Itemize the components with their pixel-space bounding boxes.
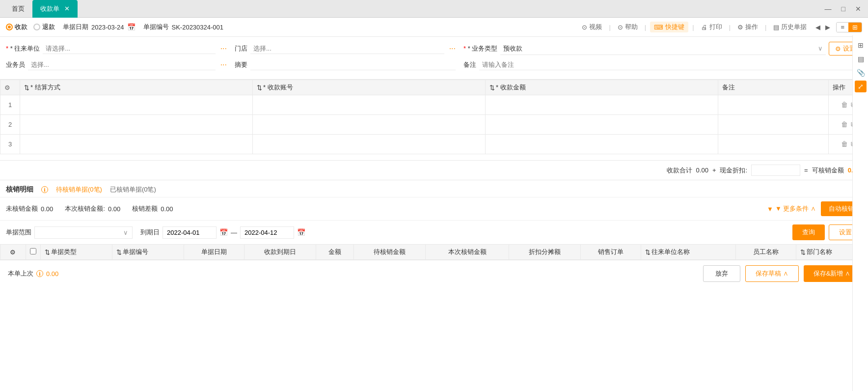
amount-cell[interactable]	[486, 115, 718, 135]
footer-info-label: 本单上次	[8, 269, 33, 278]
receipt-table: ⚙ ⇅* 结算方式 ⇅* 收款账号 ⇅* 收款金额 备注 操作 1	[0, 80, 868, 154]
done-tab[interactable]: 已核销单据(0笔)	[110, 185, 156, 194]
due-date-to-calendar-icon[interactable]: 📅	[297, 228, 305, 236]
store-more-btn[interactable]: ···	[449, 44, 456, 53]
col-gear-header[interactable]: ⚙	[0, 80, 20, 95]
counterpart-more-btn[interactable]: ···	[220, 44, 227, 53]
due-date-field: 到期日 📅 — 📅	[140, 226, 305, 239]
col-amount-label: * 收款金额	[496, 83, 526, 92]
footer-buttons: 放弃 保存草稿 ∧ 保存&新增 ∧	[703, 265, 860, 282]
bottom-table-section: ⚙ ⇅单据类型 ⇅单据编号 单据日期 收款到期日 金额 待核销金额 本次核销金额…	[0, 244, 868, 260]
delete-row-icon[interactable]: 🗑	[841, 140, 848, 148]
toolbar-actions: ⊙ 视频 | ⊙ 帮助 | ⌨ 快捷键 | 🖨 打印 | ⚙ 操作	[579, 22, 862, 32]
footer-info-value: 0.00	[46, 270, 58, 278]
bt-docdate-header: 单据日期	[184, 245, 244, 260]
col-settlement-header[interactable]: ⇅* 结算方式	[20, 80, 253, 95]
business-type-select[interactable]: 预收款 ∨	[500, 43, 826, 55]
notes-label: 备注	[463, 60, 476, 69]
notes-input[interactable]	[479, 59, 862, 70]
table-row: 1 🗑 ⧉	[0, 95, 868, 115]
summary-input[interactable]	[250, 59, 456, 70]
notes-field: 备注	[463, 59, 862, 70]
clip-sidebar-icon[interactable]: 📎	[855, 67, 867, 79]
due-date-from-input[interactable]	[163, 226, 217, 239]
tab-receipt[interactable]: 收款单 ✕	[32, 0, 78, 18]
single-date-field: 单据日期 2023-03-24 📅	[63, 23, 136, 31]
account-cell[interactable]	[253, 135, 486, 154]
nav-next-icon[interactable]: ▶	[823, 23, 832, 32]
amount-cell[interactable]	[486, 95, 718, 115]
tab-home[interactable]: 首页	[4, 0, 32, 18]
discard-button[interactable]: 放弃	[703, 265, 740, 282]
settlement-cell[interactable]	[20, 95, 253, 115]
form-area: * 往来单位 ··· 门店 ··· * 业务类型 预收款 ∨ ⚙ 设置	[0, 37, 868, 80]
bt-gear-header[interactable]: ⚙	[0, 245, 26, 260]
counterpart-input[interactable]	[43, 43, 215, 54]
maximize-btn[interactable]: □	[839, 4, 848, 14]
view-grid-btn[interactable]: ⊞	[848, 23, 862, 32]
operations-btn[interactable]: ⚙ 操作	[734, 22, 761, 32]
col-amount-header[interactable]: ⇅* 收款金额	[486, 80, 718, 95]
scope-select[interactable]: ∨	[34, 226, 133, 239]
summary-bar: 收款合计 0.00 + 现金折扣: = 可核销金额 0.00	[0, 161, 868, 180]
save-new-button[interactable]: 保存&新增 ∧	[804, 265, 860, 282]
close-btn[interactable]: ✕	[852, 4, 864, 14]
shortcut-btn[interactable]: ⌨ 快捷键	[650, 22, 688, 32]
expand-sidebar-icon[interactable]: ⤢	[855, 81, 867, 92]
tab-close-icon[interactable]: ✕	[64, 5, 70, 12]
view-list-btn[interactable]: ≡	[837, 23, 848, 32]
doc-sidebar-icon[interactable]: ▤	[855, 53, 867, 65]
writeoff-info-icon[interactable]: ℹ	[41, 186, 48, 193]
due-date-to-input[interactable]	[240, 226, 294, 239]
salesperson-field: 业务员 ···	[6, 59, 227, 70]
amount-cell[interactable]	[486, 135, 718, 154]
col-account-header[interactable]: ⇅* 收款账号	[253, 80, 486, 95]
settlement-cell[interactable]	[20, 115, 253, 135]
video-icon: ⊙	[582, 24, 587, 31]
more-conditions-btn[interactable]: ▼ ▼ 更多条件 ∧	[767, 204, 816, 213]
salesperson-input[interactable]	[28, 59, 216, 70]
notes-cell[interactable]	[718, 115, 829, 135]
refund-radio[interactable]: 退款	[33, 23, 55, 31]
bt-docno-header[interactable]: ⇅单据编号	[112, 245, 184, 260]
bt-doctype-header[interactable]: ⇅单据类型	[40, 245, 112, 260]
total-value: 0.00	[696, 167, 708, 174]
bt-checkbox-header	[26, 245, 40, 260]
account-cell[interactable]	[253, 95, 486, 115]
discount-input[interactable]	[751, 165, 800, 176]
due-date-from-calendar-icon[interactable]: 📅	[219, 228, 228, 236]
save-draft-button[interactable]: 保存草稿 ∧	[745, 265, 799, 282]
help-btn[interactable]: ⊙ 帮助	[615, 22, 641, 32]
receipt-type-radio-group: 收款 退款	[6, 23, 55, 31]
select-all-checkbox[interactable]	[30, 248, 36, 254]
date-separator: —	[231, 229, 237, 236]
single-date-value: 2023-03-24	[91, 24, 124, 31]
main-content: ⊞ ▤ 📎 ⤢ 收款 退款 单据日期 2023-03-24 📅 单据编号 SK-…	[0, 18, 868, 391]
nav-prev-icon[interactable]: ◀	[814, 23, 822, 32]
single-date-calendar-icon[interactable]: 📅	[127, 23, 136, 31]
col-notes-label: 备注	[722, 84, 735, 91]
scope-arrow-icon: ∨	[123, 229, 128, 236]
bt-counterpart-header[interactable]: ⇅往来单位名称	[641, 245, 736, 260]
delete-row-icon[interactable]: 🗑	[841, 101, 848, 109]
notes-cell[interactable]	[718, 135, 829, 154]
current-writeoff-value: 0.00	[108, 205, 120, 213]
history-btn[interactable]: ▤ 历史单据	[770, 22, 810, 32]
receipt-radio[interactable]: 收款	[6, 23, 27, 31]
view-toggle: ≡ ⊞	[836, 22, 862, 32]
notes-cell[interactable]	[718, 95, 829, 115]
video-btn[interactable]: ⊙ 视频	[579, 22, 605, 32]
minimize-btn[interactable]: —	[822, 4, 835, 14]
query-button[interactable]: 查询	[792, 224, 825, 240]
footer-info-icon[interactable]: ℹ	[36, 270, 43, 277]
delete-row-icon[interactable]: 🗑	[841, 120, 848, 129]
store-input[interactable]	[250, 43, 444, 54]
account-cell[interactable]	[253, 115, 486, 135]
settlement-cell[interactable]	[20, 135, 253, 154]
table-sidebar-icon[interactable]: ⊞	[855, 39, 867, 51]
form-row-2: 业务员 ··· 摘要 备注	[6, 59, 862, 70]
print-btn[interactable]: 🖨 打印	[698, 22, 725, 32]
salesperson-more-btn[interactable]: ···	[220, 60, 227, 69]
pending-tab[interactable]: 待核销单据(0笔)	[56, 185, 102, 194]
summary-label: 摘要	[235, 60, 247, 69]
